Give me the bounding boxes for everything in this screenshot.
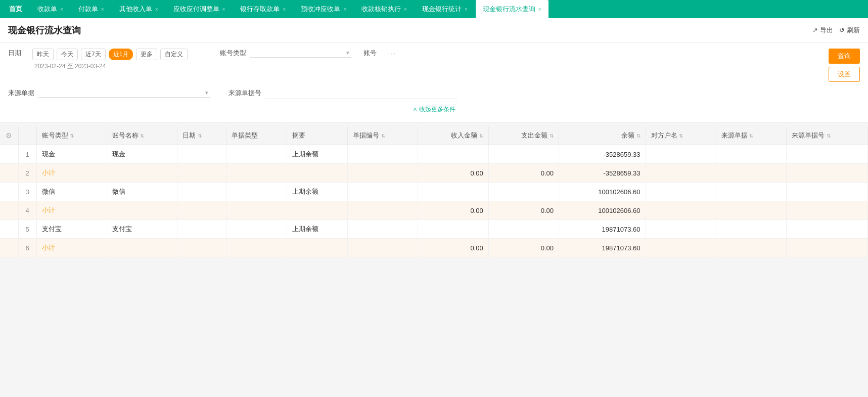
cell-expense (488, 145, 559, 164)
cell-summary: 上期余额 (287, 183, 347, 201)
cell-doc-type (226, 183, 287, 201)
cell-source-doc-no (787, 183, 868, 201)
chevron-down-icon: ▾ (346, 50, 349, 56)
close-icon[interactable]: × (60, 7, 63, 12)
account-type-select[interactable]: ▾ (250, 49, 351, 58)
th-doc-type[interactable]: 单据类型 (226, 126, 287, 145)
date-btn-custom[interactable]: 自定义 (160, 49, 188, 60)
close-icon[interactable]: × (155, 7, 158, 12)
source-doc-no-label: 来源单据号 (229, 89, 261, 98)
th-income[interactable]: 收入金额 ⇅ (418, 126, 488, 145)
refresh-button[interactable]: ↺ 刷新 (839, 26, 860, 35)
cell-expense (488, 220, 559, 239)
source-doc-label: 来源单据 (8, 89, 34, 98)
close-icon[interactable]: × (538, 7, 541, 12)
nav-tab-adjustment[interactable]: 应收应付调整单 × (166, 0, 233, 18)
collapse-bar[interactable]: ∧ 收起更多条件 (8, 103, 860, 116)
nav-tab-bank-deposit-label: 银行存取款单 (240, 5, 280, 14)
close-icon[interactable]: × (101, 7, 104, 12)
cell-balance: -3528659.33 (559, 145, 646, 164)
date-btn-1month[interactable]: 近1月 (109, 49, 133, 60)
close-icon[interactable]: × (465, 7, 468, 12)
cell-source-doc-no (787, 239, 868, 257)
nav-tab-prepay[interactable]: 预收冲应收单 × (294, 0, 353, 18)
close-icon[interactable]: × (404, 7, 407, 12)
date-options: 昨天 今天 近7天 近1月 更多 自定义 (32, 49, 188, 60)
page-title: 现金银行流水查询 (8, 24, 81, 36)
cell-date (177, 164, 226, 183)
date-btn-yesterday[interactable]: 昨天 (32, 49, 54, 60)
nav-tab-bank-deposit[interactable]: 银行存取款单 × (233, 0, 293, 18)
filter-area: 日期 昨天 今天 近7天 近1月 更多 自定义 2023-02-24 至 202… (0, 42, 868, 122)
cell-income (418, 220, 488, 239)
cell-gear (0, 201, 18, 220)
cell-source-doc (716, 201, 786, 220)
cell-doc-type (226, 201, 287, 220)
source-doc-no-input[interactable] (265, 87, 458, 99)
th-source-doc[interactable]: 来源单据 ⇅ (716, 126, 786, 145)
nav-tab-verify[interactable]: 收款核销执行 × (354, 0, 414, 18)
th-date[interactable]: 日期 ⇅ (177, 126, 226, 145)
sort-icon: ⇅ (140, 133, 144, 139)
cell-num: 1 (18, 145, 36, 164)
query-button[interactable]: 查询 (829, 49, 860, 64)
cell-balance: 19871073.60 (559, 239, 646, 257)
close-icon[interactable]: × (343, 7, 346, 12)
close-icon[interactable]: × (283, 7, 286, 12)
sort-icon: ⇅ (479, 133, 483, 139)
nav-tab-home-label: 首页 (9, 5, 22, 14)
nav-tab-payment-label: 付款单 (78, 5, 98, 14)
nav-tab-receipt[interactable]: 收款单 × (30, 0, 70, 18)
nav-tab-cashflow[interactable]: 现金银行流水查询 × (476, 0, 549, 18)
th-account-type[interactable]: 账号类型 ⇅ (36, 126, 107, 145)
th-summary[interactable]: 摘要 (287, 126, 347, 145)
cell-balance: 19871073.60 (559, 220, 646, 239)
nav-tab-home[interactable]: 首页 (2, 0, 29, 18)
cell-account-type: 微信 (36, 183, 107, 201)
cell-gear (0, 145, 18, 164)
th-expense[interactable]: 支出金额 ⇅ (488, 126, 559, 145)
table-row: 1现金现金上期余额-3528659.33 (0, 145, 868, 164)
cell-doc-type (226, 239, 287, 257)
date-btn-today[interactable]: 今天 (57, 49, 78, 60)
account-no-label: 账号 (363, 49, 384, 58)
date-btn-more[interactable]: 更多 (136, 49, 157, 60)
nav-tab-payment[interactable]: 付款单 × (71, 0, 111, 18)
close-icon[interactable]: × (222, 7, 225, 12)
cell-summary: 上期余额 (287, 220, 347, 239)
th-doc-no[interactable]: 单据编号 ⇅ (348, 126, 418, 145)
th-counterparty[interactable]: 对方户名 ⇅ (646, 126, 716, 145)
settings-button[interactable]: 设置 (829, 67, 860, 82)
cell-num: 6 (18, 239, 36, 257)
export-icon: ↗ (812, 26, 818, 34)
cell-summary (287, 164, 347, 183)
table-header-row: ⚙ 账号类型 ⇅ 账号名称 ⇅ 日期 ⇅ 单据类型 摘要 单据编号 ⇅ 收入金额… (0, 126, 868, 145)
th-source-doc-no[interactable]: 来源单据号 ⇅ (787, 126, 868, 145)
table-row: 5支付宝支付宝上期余额19871073.60 (0, 220, 868, 239)
cell-expense: 0.00 (488, 164, 559, 183)
nav-tab-stats-label: 现金银行统计 (422, 5, 462, 14)
cell-num: 2 (18, 164, 36, 183)
sort-icon: ⇅ (381, 133, 385, 139)
gear-icon[interactable]: ⚙ (6, 131, 12, 140)
cell-account-name (107, 201, 177, 220)
th-balance[interactable]: 余额 ⇅ (559, 126, 646, 145)
cell-source-doc (716, 239, 786, 257)
export-button[interactable]: ↗ 导出 (812, 26, 833, 35)
source-doc-select[interactable]: ▾ (38, 89, 210, 98)
cell-account-name: 现金 (107, 145, 177, 164)
th-settings[interactable]: ⚙ (0, 126, 18, 145)
cell-income (418, 183, 488, 201)
account-no-dots[interactable]: ··· (388, 50, 396, 57)
cell-counterparty (646, 201, 716, 220)
page-header: 现金银行流水查询 ↗ 导出 ↺ 刷新 (0, 18, 868, 42)
nav-tab-other-income-label: 其他收入单 (119, 5, 152, 14)
refresh-label: 刷新 (847, 26, 860, 35)
nav-tab-stats[interactable]: 现金银行统计 × (415, 0, 475, 18)
cell-doc-no (348, 239, 418, 257)
th-account-name[interactable]: 账号名称 ⇅ (107, 126, 177, 145)
date-btn-7days[interactable]: 近7天 (81, 49, 106, 60)
cell-gear (0, 239, 18, 257)
cell-income: 0.00 (418, 201, 488, 220)
nav-tab-other-income[interactable]: 其他收入单 × (112, 0, 165, 18)
